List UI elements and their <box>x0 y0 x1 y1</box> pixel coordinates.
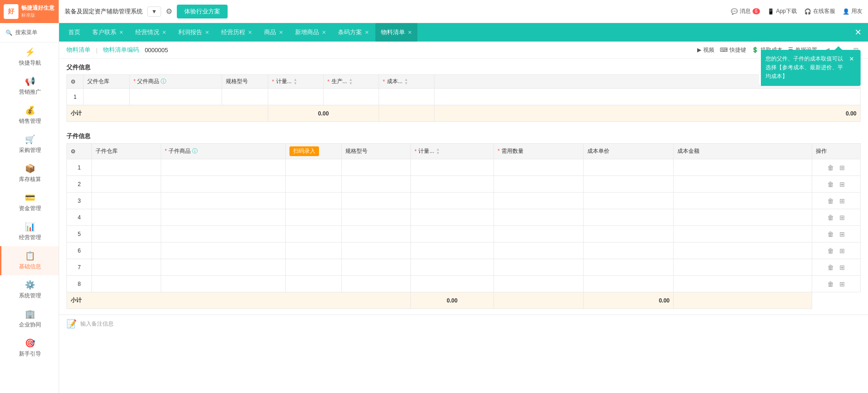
child-spec-cell-1[interactable] <box>341 159 410 176</box>
settings-gear-button[interactable]: ⚙ <box>166 7 172 16</box>
tab-new-goods[interactable]: 新增商品 ✕ <box>289 23 332 42</box>
parent-product-cell[interactable] <box>130 89 222 105</box>
child-unit-cell-8[interactable] <box>410 276 494 292</box>
child-copy-btn-6[interactable]: ⊞ <box>838 246 847 255</box>
tab-new-goods-close[interactable]: ✕ <box>322 30 326 36</box>
child-unitcost-cell-1[interactable] <box>584 159 674 176</box>
user-avatar[interactable]: 👤 用友 <box>843 7 862 15</box>
close-all-tabs-button[interactable]: ✕ <box>852 27 864 37</box>
child-delete-btn-2[interactable]: 🗑 <box>826 180 836 189</box>
sidebar-item-purchase[interactable]: 🛒 采购管理 <box>0 130 59 159</box>
child-warehouse-cell-4[interactable] <box>91 209 161 226</box>
tab-operations-close[interactable]: ✕ <box>162 30 166 36</box>
child-delete-btn-6[interactable]: 🗑 <box>826 246 836 255</box>
child-spec-cell-8[interactable] <box>341 276 410 292</box>
child-copy-btn-7[interactable]: ⊞ <box>838 263 847 272</box>
tab-bom[interactable]: 物料清单 ✕ <box>375 23 417 42</box>
parent-cost-cell[interactable] <box>379 89 434 105</box>
child-unitcost-cell-8[interactable] <box>584 276 674 292</box>
child-qty-cell-3[interactable] <box>494 193 584 209</box>
child-warehouse-cell-8[interactable] <box>91 276 161 292</box>
child-unit-cell-7[interactable] <box>410 259 494 276</box>
tab-profit[interactable]: 利润报告 ✕ <box>173 23 215 42</box>
message-button[interactable]: 💬 消息 6 <box>731 7 760 15</box>
sidebar-item-sales[interactable]: 💰 销售管理 <box>0 101 59 130</box>
child-warehouse-cell-6[interactable] <box>91 242 161 259</box>
child-unitcost-cell-7[interactable] <box>584 259 674 276</box>
tab-home[interactable]: 首页 <box>63 23 86 42</box>
sidebar-item-marketing[interactable]: 📢 营销推广 <box>0 72 59 101</box>
sidebar-item-enterprise[interactable]: 🏢 企业协同 <box>0 304 59 333</box>
sys-dropdown-button[interactable]: ▼ <box>147 6 161 17</box>
child-delete-btn-7[interactable]: 🗑 <box>826 263 836 272</box>
tab-customers-close[interactable]: ✕ <box>119 30 123 36</box>
child-qty-cell-1[interactable] <box>494 159 584 176</box>
child-copy-btn-2[interactable]: ⊞ <box>838 180 847 189</box>
sidebar-item-basic-info[interactable]: 📋 基础信息 <box>0 246 59 275</box>
parent-warehouse-cell[interactable] <box>84 89 130 105</box>
child-copy-btn-8[interactable]: ⊞ <box>838 279 847 289</box>
child-qty-cell-5[interactable] <box>494 226 584 242</box>
child-qty-cell-8[interactable] <box>494 276 584 292</box>
scan-input-button[interactable]: 扫码录入 <box>289 146 319 156</box>
child-product-cell-3[interactable] <box>161 193 285 209</box>
child-delete-btn-1[interactable]: 🗑 <box>826 163 836 172</box>
child-product-cell-1[interactable] <box>161 159 285 176</box>
child-product-cell-7[interactable] <box>161 259 285 276</box>
tab-customers[interactable]: 客户联系 ✕ <box>87 23 129 42</box>
child-unitcost-cell-6[interactable] <box>584 242 674 259</box>
child-warehouse-cell-3[interactable] <box>91 193 161 209</box>
child-copy-btn-1[interactable]: ⊞ <box>838 163 847 172</box>
parent-produce-cell[interactable] <box>324 89 379 105</box>
sidebar-item-operations[interactable]: 📊 经营管理 <box>0 217 59 246</box>
online-service-button[interactable]: 🎧 在线客服 <box>804 7 835 15</box>
child-unit-cell-4[interactable] <box>410 209 494 226</box>
child-delete-btn-3[interactable]: 🗑 <box>826 196 836 206</box>
video-button[interactable]: ▶ 视频 <box>697 46 714 54</box>
sidebar-item-finance[interactable]: 💳 资金管理 <box>0 188 59 217</box>
child-spec-cell-3[interactable] <box>341 193 410 209</box>
sidebar-item-quick-nav[interactable]: ⚡ 快捷导航 <box>0 42 59 72</box>
app-download-button[interactable]: 📱 App下载 <box>767 7 797 15</box>
parent-spec-cell[interactable] <box>222 89 268 105</box>
breadcrumb-bom[interactable]: 物料清单 <box>66 46 90 54</box>
child-unitcost-cell-3[interactable] <box>584 193 674 209</box>
child-delete-btn-5[interactable]: 🗑 <box>826 230 836 239</box>
tab-operations[interactable]: 经营情况 ✕ <box>130 23 172 42</box>
search-menu-button[interactable]: 🔍 搜索菜单 <box>4 27 55 38</box>
child-qty-cell-6[interactable] <box>494 242 584 259</box>
child-delete-btn-4[interactable]: 🗑 <box>826 213 836 222</box>
child-warehouse-cell-1[interactable] <box>91 159 161 176</box>
child-spec-cell-6[interactable] <box>341 242 410 259</box>
sidebar-item-system[interactable]: ⚙️ 系统管理 <box>0 275 59 304</box>
tab-barcode[interactable]: 条码方案 ✕ <box>332 23 374 42</box>
child-warehouse-cell-2[interactable] <box>91 176 161 193</box>
shortcut-button[interactable]: ⌨ 快捷键 <box>720 46 746 54</box>
child-spec-cell-7[interactable] <box>341 259 410 276</box>
child-delete-btn-8[interactable]: 🗑 <box>826 279 836 289</box>
child-product-cell-6[interactable] <box>161 242 285 259</box>
note-placeholder[interactable]: 输入备注信息 <box>80 320 114 328</box>
child-copy-btn-4[interactable]: ⊞ <box>838 213 847 222</box>
child-unit-cell-6[interactable] <box>410 242 494 259</box>
tab-history[interactable]: 经营历程 ✕ <box>216 23 258 42</box>
child-unit-cell-1[interactable] <box>410 159 494 176</box>
sidebar-item-guide[interactable]: 🎯 新手引导 <box>0 333 59 363</box>
tooltip-close-button[interactable]: ✕ <box>849 54 854 64</box>
child-unit-cell-3[interactable] <box>410 193 494 209</box>
tab-bom-close[interactable]: ✕ <box>408 30 412 36</box>
child-qty-cell-7[interactable] <box>494 259 584 276</box>
child-qty-cell-4[interactable] <box>494 209 584 226</box>
trial-button[interactable]: 体验行业方案 <box>177 5 228 18</box>
child-unitcost-cell-2[interactable] <box>584 176 674 193</box>
child-spec-cell-5[interactable] <box>341 226 410 242</box>
parent-unit-cell[interactable] <box>268 89 324 105</box>
child-unit-cell-5[interactable] <box>410 226 494 242</box>
child-product-cell-5[interactable] <box>161 226 285 242</box>
child-product-cell-4[interactable] <box>161 209 285 226</box>
child-spec-cell-2[interactable] <box>341 176 410 193</box>
child-spec-cell-4[interactable] <box>341 209 410 226</box>
child-unitcost-cell-5[interactable] <box>584 226 674 242</box>
sidebar-item-inventory[interactable]: 📦 库存核算 <box>0 159 59 188</box>
tab-history-close[interactable]: ✕ <box>248 30 252 36</box>
